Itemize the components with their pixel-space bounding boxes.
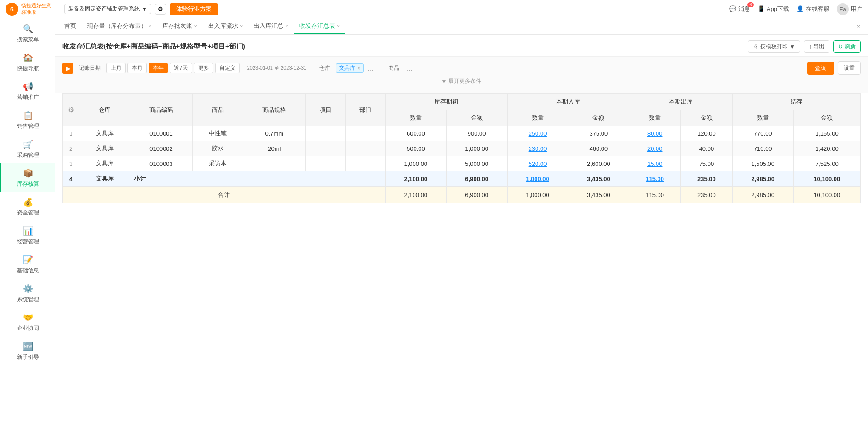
- page-content: 收发存汇总表(按仓库+商品编码+商品+规格型号+项目+部门) 🖨 按模板打印 ▼…: [55, 35, 868, 423]
- tab-batch[interactable]: 库存批次账 ×: [157, 19, 202, 34]
- tab-bar-close-all[interactable]: ×: [853, 22, 864, 31]
- online-service-button[interactable]: 👤 在线客服: [796, 5, 829, 13]
- th-in-stock: 本期入库: [507, 94, 629, 110]
- column-settings-icon[interactable]: ⚙: [68, 106, 74, 114]
- th-out-qty: 数量: [629, 110, 681, 126]
- row-bal-qty: 770.00: [732, 126, 793, 141]
- system-title-label: 装备及固定资产辅助管理系统: [68, 5, 140, 13]
- system-selector[interactable]: 装备及固定资产辅助管理系统 ▼: [64, 4, 151, 14]
- tab-in-out-summary[interactable]: 出入库汇总 ×: [248, 19, 293, 34]
- date-btn-more[interactable]: 更多: [194, 63, 213, 73]
- tab-stock-dist-close[interactable]: ×: [149, 23, 151, 29]
- th-out-amt: 金额: [681, 110, 733, 126]
- expand-more-button[interactable]: ▼ 展开更多条件: [442, 77, 482, 85]
- tab-stock-dist[interactable]: 现存量（库存分布表） ×: [82, 19, 157, 34]
- sidebar: 🔍 搜索菜单 🏠 快捷导航 📢 营销推广 📋 销售管理 🛒 采购管理 📦 库存核…: [0, 18, 55, 423]
- row-in-qty[interactable]: 250.00: [507, 126, 568, 141]
- row-out-qty[interactable]: 20.00: [629, 141, 681, 156]
- tab-in-out-flow-close[interactable]: ×: [240, 23, 243, 29]
- tab-recv-send[interactable]: 收发存汇总表 ×: [294, 19, 345, 34]
- row-dept: [345, 156, 385, 171]
- row-init-qty: 1,000.00: [385, 156, 446, 171]
- app-download-button[interactable]: 📱 App下载: [757, 5, 789, 13]
- download-icon: 📱: [757, 5, 765, 12]
- tab-home[interactable]: 首页: [59, 19, 82, 34]
- row-init-amt: 5,000.00: [446, 156, 507, 171]
- tab-in-out-flow[interactable]: 出入库流水 ×: [203, 19, 248, 34]
- query-button[interactable]: 查询: [807, 62, 834, 75]
- row-init-amt: 1,000.00: [446, 141, 507, 156]
- row-warehouse: 文具库: [79, 156, 130, 171]
- sidebar-item-search[interactable]: 🔍 搜索菜单: [0, 18, 55, 47]
- row-in-amt: 2,600.00: [568, 156, 629, 171]
- filter-area: ▶ 记账日期 上月 本月 本年 近7天 更多 自定义 2023-01-01 至 …: [55, 57, 868, 93]
- sales-icon: 📋: [23, 110, 33, 121]
- tab-batch-label: 库存批次账: [162, 22, 192, 30]
- sidebar-item-label: 系统管理: [17, 296, 39, 303]
- row-init-qty: 600.00: [385, 126, 446, 141]
- user-menu[interactable]: Ea 用户: [837, 3, 862, 15]
- warehouse-tag-close[interactable]: ×: [357, 65, 360, 71]
- sidebar-item-sales[interactable]: 📋 销售管理: [0, 105, 55, 134]
- filter-toggle-arrow[interactable]: ▶: [62, 63, 73, 74]
- sidebar-item-label: 基础信息: [17, 267, 39, 275]
- user-label: 用户: [851, 5, 862, 13]
- warehouse-tag-text: 文具库: [339, 64, 355, 72]
- sidebar-item-purchase[interactable]: 🛒 采购管理: [0, 134, 55, 163]
- sidebar-item-quick[interactable]: 🏠 快捷导航: [0, 47, 55, 76]
- date-btn-custom[interactable]: 自定义: [215, 63, 240, 73]
- table-container: ⚙ 仓库 商品编码 商品 商品规格 项目 部门 库存期初 本期入库 本期出库 结…: [55, 93, 868, 210]
- filter-settings-button[interactable]: 设置: [838, 61, 861, 75]
- print-button[interactable]: 🖨 按模板打印 ▼: [748, 40, 800, 53]
- total-init-qty: 2,100.00: [385, 187, 446, 203]
- subtotal-init-amt: 6,900.00: [446, 171, 507, 187]
- tab-batch-close[interactable]: ×: [194, 23, 197, 29]
- row-spec: 0.7mm: [243, 126, 305, 141]
- warehouse-more-btn[interactable]: ...: [365, 64, 375, 72]
- sidebar-item-guide[interactable]: 🆕 新手引导: [0, 336, 55, 365]
- sidebar-item-corp[interactable]: 🤝 企业协同: [0, 307, 55, 336]
- message-button[interactable]: 💬 消息 6: [729, 5, 750, 13]
- home-icon: 🏠: [23, 53, 33, 63]
- date-btn-this-month[interactable]: 本月: [127, 63, 147, 73]
- settings-icon[interactable]: ⚙: [155, 4, 166, 15]
- tab-recv-send-label: 收发存汇总表: [299, 22, 335, 30]
- export-button[interactable]: ↑ 导出: [804, 40, 829, 53]
- date-btn-last-month[interactable]: 上月: [106, 63, 126, 73]
- purchase-icon: 🛒: [23, 139, 33, 149]
- sidebar-item-label: 企业协同: [17, 324, 39, 332]
- row-out-qty[interactable]: 15.00: [629, 156, 681, 171]
- expand-more-label: 展开更多条件: [448, 77, 481, 85]
- date-btn-7days[interactable]: 近7天: [170, 63, 192, 73]
- th-bal-amt: 金额: [793, 110, 860, 126]
- sidebar-item-finance[interactable]: 💰 资金管理: [0, 192, 55, 220]
- row-out-qty[interactable]: 80.00: [629, 126, 681, 141]
- th-bal-qty: 数量: [732, 110, 793, 126]
- refresh-button[interactable]: ↻ 刷新: [833, 40, 861, 53]
- trial-button[interactable]: 体验行业方案: [170, 3, 218, 15]
- tab-in-out-summary-close[interactable]: ×: [285, 23, 288, 29]
- tab-recv-send-close[interactable]: ×: [337, 23, 340, 29]
- system-icon: ⚙️: [23, 284, 33, 294]
- sidebar-item-system[interactable]: ⚙️ 系统管理: [0, 278, 55, 307]
- row-in-qty[interactable]: 230.00: [507, 141, 568, 156]
- row-in-qty[interactable]: 520.00: [507, 156, 568, 171]
- sidebar-item-marketing[interactable]: 📢 营销推广: [0, 76, 55, 105]
- sidebar-item-inventory[interactable]: 📦 库存核算: [0, 163, 55, 192]
- row-num: 3: [63, 156, 79, 171]
- print-icon: 🖨: [753, 44, 758, 50]
- subtotal-init-qty: 2,100.00: [385, 171, 446, 187]
- goods-more-btn[interactable]: ...: [405, 64, 415, 72]
- th-project: 项目: [305, 94, 345, 126]
- warehouse-filter-tag: 文具库 ×: [336, 63, 364, 73]
- export-label: 导出: [813, 43, 824, 50]
- expand-more-row: ▼ 展开更多条件: [62, 75, 861, 88]
- sidebar-item-basic[interactable]: 📝 基础信息: [0, 249, 55, 278]
- total-in-qty: 1,000.00: [507, 187, 568, 203]
- subtotal-bal-amt: 10,100.00: [793, 171, 860, 187]
- total-in-amt: 3,435.00: [568, 187, 629, 203]
- inventory-icon: 📦: [23, 168, 33, 178]
- sidebar-item-operation[interactable]: 📊 经营管理: [0, 220, 55, 249]
- th-spec: 商品规格: [243, 94, 305, 126]
- date-btn-this-year[interactable]: 本年: [149, 63, 168, 73]
